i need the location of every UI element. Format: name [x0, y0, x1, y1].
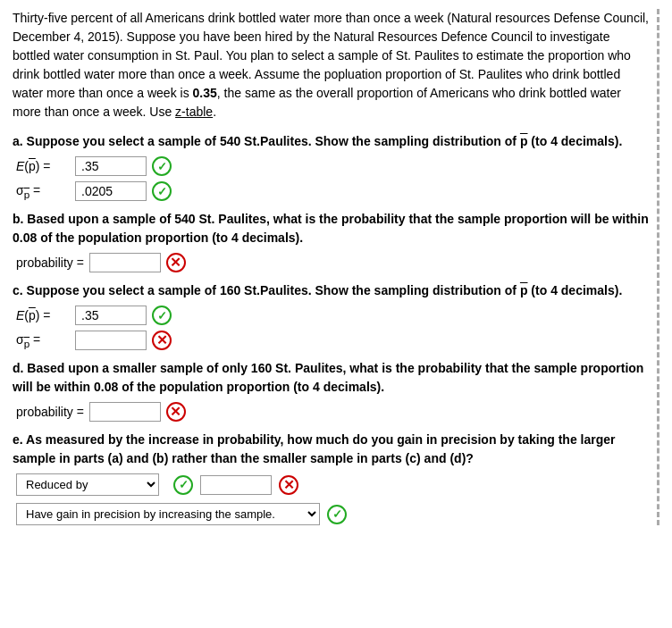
section-e-cross-icon[interactable]: ✕: [279, 475, 298, 495]
right-border: [657, 9, 659, 525]
section-a-e-check-icon: ✓: [152, 156, 172, 176]
section-c-cross-icon[interactable]: ✕: [152, 331, 172, 350]
section-b-prob-label: probability =: [16, 255, 84, 270]
section-c-sigma-input[interactable]: [75, 331, 147, 350]
section-c-sigma-label: σp =: [16, 332, 70, 349]
section-a-e-label: E(p) =: [16, 159, 70, 173]
section-a-sigma-check-icon: ✓: [152, 181, 172, 201]
section-b-label: b. Based upon a sample of 540 St. Paulit…: [13, 210, 651, 247]
section-e-dropdown-row: Reduced by Increased by No change ✓ ✕: [16, 473, 651, 496]
section-e-gain-check-icon: ✓: [327, 505, 347, 524]
section-d-prob-row: probability = ✕: [16, 402, 651, 422]
section-a-sigma-input[interactable]: [75, 181, 147, 201]
section-b-prob-input[interactable]: [89, 253, 161, 272]
section-c-e-check-icon: ✓: [152, 306, 172, 325]
reduced-by-dropdown[interactable]: Reduced by Increased by No change: [16, 473, 159, 496]
z-table-link[interactable]: z-table: [175, 105, 213, 119]
section-b-cross-icon[interactable]: ✕: [166, 253, 186, 272]
section-c-e-row: E(p) = ✓: [16, 306, 651, 325]
gain-precision-dropdown[interactable]: Have gain in precision by increasing the…: [16, 503, 320, 525]
section-d-prob-input[interactable]: [89, 402, 161, 422]
section-a-sigma-row: σp = ✓: [16, 181, 651, 201]
section-c-e-input[interactable]: [75, 306, 147, 325]
section-a-e-row: E(p) = ✓: [16, 156, 651, 176]
section-e-amount-input[interactable]: [200, 475, 272, 495]
section-d-prob-label: probability =: [16, 405, 84, 419]
section-a-e-input[interactable]: [75, 156, 147, 176]
intro-paragraph: Thirty-five percent of all Americans dri…: [13, 9, 651, 121]
section-c-label: c. Suppose you select a sample of 160 St…: [13, 281, 651, 300]
section-e-check-icon: ✓: [173, 475, 193, 495]
section-c-sigma-row: σp = ✕: [16, 331, 651, 350]
section-b-prob-row: probability = ✕: [16, 253, 651, 272]
section-d-cross-icon[interactable]: ✕: [166, 402, 186, 422]
section-e-gain-row: Have gain in precision by increasing the…: [16, 503, 651, 525]
section-d-label: d. Based upon a smaller sample of only 1…: [13, 359, 651, 397]
section-e-label: e. As measured by the increase in probab…: [13, 431, 651, 468]
section-a-label: a. Suppose you select a sample of 540 St…: [13, 132, 651, 151]
section-c-e-label: E(p) =: [16, 308, 70, 322]
section-a-sigma-label: σp =: [16, 183, 70, 200]
